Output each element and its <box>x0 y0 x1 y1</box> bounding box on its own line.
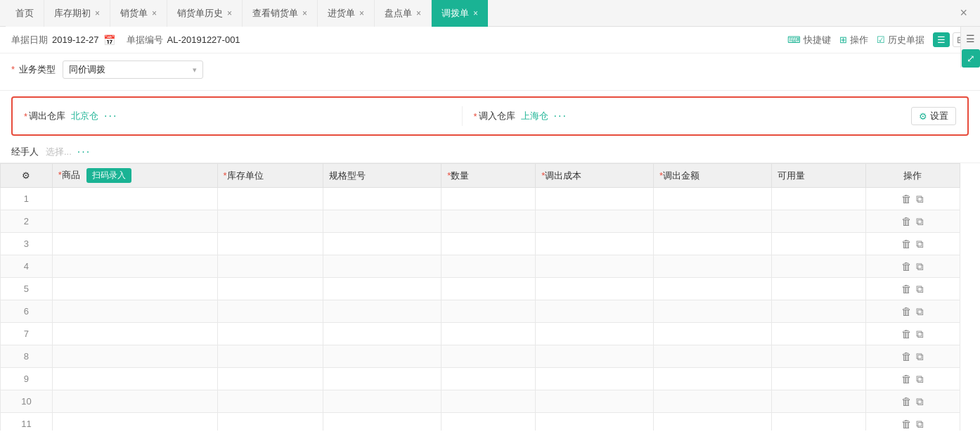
delete-icon[interactable]: 🗑 <box>901 238 912 250</box>
settings-button[interactable]: ⚙ 设置 <box>911 107 956 125</box>
scan-button[interactable]: 扫码录入 <box>86 168 131 183</box>
product-cell[interactable] <box>52 345 217 368</box>
tab-transfer[interactable]: 调拨单 × <box>432 0 488 27</box>
spec-cell[interactable] <box>323 323 441 345</box>
qty-cell[interactable] <box>441 323 536 345</box>
tab-inventory-init[interactable]: 库存期初 × <box>44 0 110 27</box>
unit-cell[interactable] <box>217 345 323 368</box>
product-cell[interactable] <box>52 278 217 300</box>
copy-icon[interactable]: ⧉ <box>916 238 924 250</box>
qty-cell[interactable] <box>441 300 536 323</box>
amount-cell[interactable] <box>653 323 771 345</box>
cost-cell[interactable] <box>536 368 654 390</box>
copy-icon[interactable]: ⧉ <box>916 260 924 273</box>
copy-icon[interactable]: ⧉ <box>916 193 924 205</box>
amount-cell[interactable] <box>653 390 771 413</box>
tab-home[interactable]: 首页 <box>6 0 44 27</box>
delete-icon[interactable]: 🗑 <box>901 193 912 205</box>
amount-cell[interactable] <box>653 345 771 368</box>
cost-cell[interactable] <box>536 233 654 255</box>
qty-cell[interactable] <box>441 278 536 300</box>
product-cell[interactable] <box>52 233 217 255</box>
shortcuts-link[interactable]: ⌨ 快捷键 <box>787 34 831 46</box>
tab-view-sales[interactable]: 查看销货单 × <box>243 0 318 27</box>
amount-cell[interactable] <box>653 210 771 233</box>
cost-cell[interactable] <box>536 188 654 210</box>
tab-close-icon[interactable]: × <box>359 8 364 18</box>
unit-cell[interactable] <box>217 300 323 323</box>
unit-cell[interactable] <box>217 255 323 278</box>
unit-cell[interactable] <box>217 413 323 431</box>
spec-cell[interactable] <box>323 188 441 210</box>
delete-icon[interactable]: 🗑 <box>901 283 912 295</box>
in-warehouse-more-icon[interactable]: ··· <box>554 110 567 122</box>
sidebar-expand-icon[interactable]: ⤢ <box>962 49 980 68</box>
tab-close-icon[interactable]: × <box>95 8 100 18</box>
amount-cell[interactable] <box>653 233 771 255</box>
delete-icon[interactable]: 🗑 <box>901 373 912 385</box>
product-cell[interactable] <box>52 210 217 233</box>
amount-cell[interactable] <box>653 368 771 390</box>
delete-icon[interactable]: 🗑 <box>901 350 912 362</box>
qty-cell[interactable] <box>441 345 536 368</box>
product-cell[interactable] <box>52 368 217 390</box>
cost-cell[interactable] <box>536 390 654 413</box>
window-close-button[interactable]: × <box>953 6 974 20</box>
product-cell[interactable] <box>52 300 217 323</box>
cost-cell[interactable] <box>536 413 654 431</box>
unit-cell[interactable] <box>217 233 323 255</box>
spec-cell[interactable] <box>323 300 441 323</box>
unit-cell[interactable] <box>217 188 323 210</box>
tab-close-icon[interactable]: × <box>302 8 307 18</box>
out-warehouse-more-icon[interactable]: ··· <box>104 110 117 122</box>
qty-cell[interactable] <box>441 390 536 413</box>
copy-icon[interactable]: ⧉ <box>916 395 924 408</box>
product-cell[interactable] <box>52 188 217 210</box>
amount-cell[interactable] <box>653 413 771 431</box>
cost-cell[interactable] <box>536 255 654 278</box>
spec-cell[interactable] <box>323 368 441 390</box>
spec-cell[interactable] <box>323 255 441 278</box>
spec-cell[interactable] <box>323 390 441 413</box>
amount-cell[interactable] <box>653 278 771 300</box>
history-link[interactable]: ☑ 历史单据 <box>877 34 924 46</box>
cost-cell[interactable] <box>536 323 654 345</box>
tab-purchase[interactable]: 进货单 × <box>318 0 375 27</box>
cost-cell[interactable] <box>536 278 654 300</box>
copy-icon[interactable]: ⧉ <box>916 373 924 386</box>
spec-cell[interactable] <box>323 413 441 431</box>
spec-cell[interactable] <box>323 210 441 233</box>
product-cell[interactable] <box>52 255 217 278</box>
unit-cell[interactable] <box>217 210 323 233</box>
product-cell[interactable] <box>52 413 217 431</box>
tab-close-icon[interactable]: × <box>152 8 157 18</box>
delete-icon[interactable]: 🗑 <box>901 305 912 317</box>
copy-icon[interactable]: ⧉ <box>916 283 924 295</box>
tab-close-active-icon[interactable]: × <box>473 8 478 18</box>
tab-close-icon[interactable]: × <box>416 8 421 18</box>
amount-cell[interactable] <box>653 188 771 210</box>
cost-cell[interactable] <box>536 210 654 233</box>
calendar-icon[interactable]: 📅 <box>103 34 115 46</box>
spec-cell[interactable] <box>323 233 441 255</box>
delete-icon[interactable]: 🗑 <box>901 395 912 407</box>
delete-icon[interactable]: 🗑 <box>901 328 912 340</box>
amount-cell[interactable] <box>653 255 771 278</box>
doc-date-value[interactable]: 2019-12-27 <box>52 34 99 45</box>
tab-sales-order[interactable]: 销货单 × <box>110 0 167 27</box>
unit-cell[interactable] <box>217 390 323 413</box>
unit-cell[interactable] <box>217 368 323 390</box>
spec-cell[interactable] <box>323 345 441 368</box>
delete-icon[interactable]: 🗑 <box>901 418 912 430</box>
in-warehouse-value[interactable]: 上海仓 <box>521 110 548 122</box>
person-more-icon[interactable]: ··· <box>77 146 91 158</box>
out-warehouse-value[interactable]: 北京仓 <box>71 110 98 122</box>
qty-cell[interactable] <box>441 255 536 278</box>
unit-cell[interactable] <box>217 323 323 345</box>
delete-icon[interactable]: 🗑 <box>901 260 912 272</box>
amount-cell[interactable] <box>653 300 771 323</box>
tab-inventory[interactable]: 盘点单 × <box>375 0 432 27</box>
copy-icon[interactable]: ⧉ <box>916 328 924 340</box>
person-input[interactable]: 选择... <box>46 146 72 158</box>
qty-cell[interactable] <box>441 368 536 390</box>
